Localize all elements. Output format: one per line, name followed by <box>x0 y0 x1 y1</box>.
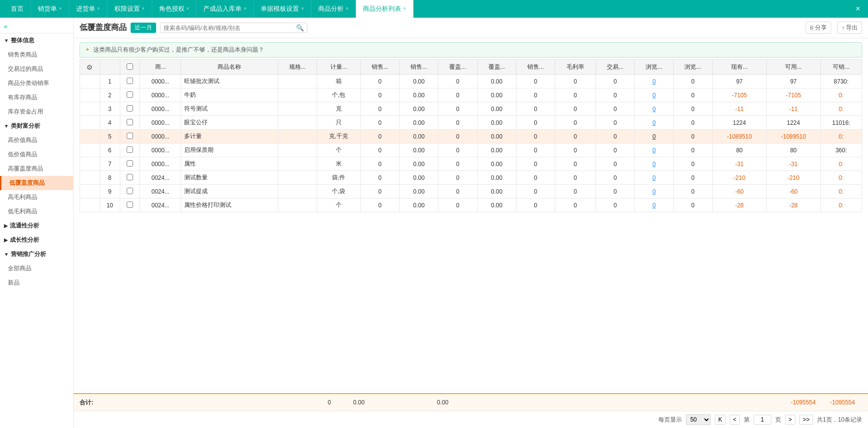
row-name[interactable]: 多计量 <box>181 130 278 143</box>
row-select-checkbox[interactable] <box>127 201 133 208</box>
sidebar-item-low-margin[interactable]: 低毛利商品 <box>0 204 73 219</box>
row-browse-b: 0 <box>674 199 712 212</box>
search-input[interactable] <box>163 25 294 31</box>
nav-tab-template[interactable]: 单据模板设置 × <box>254 0 311 18</box>
settings-col-header[interactable]: ⚙ <box>80 60 100 75</box>
share-button[interactable]: ⎘ 分享 <box>806 22 831 34</box>
row-sales-amt: 0.00 <box>400 75 438 88</box>
search-icon[interactable]: 🔍 <box>296 24 304 31</box>
row-name[interactable]: 属性 <box>181 157 278 171</box>
nav-tab-home[interactable]: 首页 <box>4 0 31 18</box>
row-browse-a[interactable]: 0 <box>635 185 674 199</box>
close-icon[interactable]: × <box>59 0 62 18</box>
select-all-checkbox[interactable] <box>127 63 133 70</box>
row-name[interactable]: 旺辅批次测试 <box>181 75 278 88</box>
close-icon[interactable]: × <box>346 0 349 18</box>
page-size-select[interactable]: 50 100 200 <box>686 414 711 425</box>
row-sellable: 0: <box>820 185 862 199</box>
row-select-checkbox[interactable] <box>127 160 133 167</box>
row-checkbox[interactable] <box>120 75 140 88</box>
last-page-button[interactable]: >> <box>799 415 813 425</box>
sidebar-item-new-goods[interactable]: 新品 <box>0 276 73 290</box>
row-browse-a[interactable]: 0 <box>635 157 674 171</box>
row-sales-c: 0 <box>516 130 555 143</box>
row-name[interactable]: 牛奶 <box>181 88 278 102</box>
sidebar-section-growth[interactable]: ▶ 成长性分析 <box>0 233 73 247</box>
nav-tab-product-in[interactable]: 产成品入库单 × <box>196 0 254 18</box>
row-browse-a[interactable]: 0 <box>635 199 674 212</box>
sidebar-item-high-margin[interactable]: 高毛利商品 <box>0 190 73 204</box>
row-browse-a[interactable]: 0 <box>635 143 674 157</box>
sidebar-item-stocked-goods[interactable]: 有库存商品 <box>0 90 73 105</box>
close-icon[interactable]: × <box>142 0 145 18</box>
row-available: -28 <box>766 199 820 212</box>
next-page-button[interactable]: > <box>785 415 795 425</box>
close-icon[interactable]: × <box>403 0 406 18</box>
sidebar-item-traded-goods[interactable]: 交易过的商品 <box>0 62 73 76</box>
row-select-checkbox[interactable] <box>127 78 133 84</box>
time-filter-button[interactable]: 近一月 <box>131 23 156 33</box>
row-name[interactable]: 眼宝公仔 <box>181 116 278 130</box>
row-index: 2 <box>100 88 120 102</box>
sidebar-item-all-goods[interactable]: 全部商品 <box>0 261 73 276</box>
close-icon[interactable]: × <box>187 0 190 18</box>
close-icon[interactable]: × <box>301 0 304 18</box>
sidebar-item-low-coverage[interactable]: 低覆盖度商品 <box>0 176 73 190</box>
row-name[interactable]: 测试提成 <box>181 185 278 199</box>
row-browse-a[interactable]: 0 <box>635 88 674 102</box>
row-select-checkbox[interactable] <box>127 174 133 180</box>
nav-tab-goods-analysis-list[interactable]: 商品分析列表 × <box>356 0 413 18</box>
row-index: 4 <box>100 116 120 130</box>
row-name[interactable]: 启用保质期 <box>181 143 278 157</box>
row-select-checkbox[interactable] <box>127 91 133 98</box>
settings-icon[interactable]: ⚙ <box>86 63 93 71</box>
sidebar-section-wealth[interactable]: ▼ 类财富分析 <box>0 119 73 133</box>
row-checkbox[interactable] <box>120 116 140 130</box>
close-icon[interactable]: × <box>97 0 100 18</box>
nav-tab-role[interactable]: 角色授权 × <box>152 0 197 18</box>
row-name[interactable]: 符号测试 <box>181 102 278 116</box>
sidebar-item-category-rate[interactable]: 商品分类动销率 <box>0 76 73 90</box>
row-checkbox[interactable] <box>120 88 140 102</box>
sidebar-section-flow[interactable]: ▶ 流通性分析 <box>0 219 73 233</box>
row-name[interactable]: 属性价格打印测试 <box>181 199 278 212</box>
export-button[interactable]: ↑ 导出 <box>837 22 862 34</box>
nav-tab-sales[interactable]: 销货单 × <box>31 0 69 18</box>
row-name[interactable]: 测试数量 <box>181 171 278 185</box>
sidebar-item-sales-goods[interactable]: 销售类商品 <box>0 48 73 62</box>
sidebar-section-marketing[interactable]: ▼ 营销推广分析 <box>0 247 73 261</box>
row-browse-a[interactable]: 0 <box>635 130 674 143</box>
row-checkbox[interactable] <box>120 143 140 157</box>
row-checkbox[interactable] <box>120 102 140 116</box>
row-select-checkbox[interactable] <box>127 119 133 125</box>
row-browse-a[interactable]: 0 <box>635 75 674 88</box>
row-checkbox[interactable] <box>120 171 140 185</box>
row-sales-c: 0 <box>516 157 555 171</box>
row-browse-a[interactable]: 0 <box>635 171 674 185</box>
row-checkbox[interactable] <box>120 185 140 199</box>
row-select-checkbox[interactable] <box>127 105 133 112</box>
sidebar-collapse-btn[interactable]: « <box>4 23 7 30</box>
row-select-checkbox[interactable] <box>127 188 133 194</box>
row-checkbox[interactable] <box>120 157 140 171</box>
page-number-input[interactable] <box>754 415 771 425</box>
sidebar-item-low-value[interactable]: 低价值商品 <box>0 147 73 162</box>
sidebar-item-high-value[interactable]: 高价值商品 <box>0 133 73 147</box>
prev-page-button[interactable]: < <box>730 415 740 425</box>
nav-tab-goods-analysis[interactable]: 商品分析 × <box>311 0 356 18</box>
sidebar-item-stock-capital[interactable]: 库存资金占用 <box>0 105 73 119</box>
row-checkbox[interactable] <box>120 130 140 143</box>
window-close-button[interactable]: × <box>852 4 864 13</box>
first-page-button[interactable]: K <box>715 415 726 425</box>
close-icon[interactable]: × <box>244 0 246 18</box>
row-browse-a[interactable]: 0 <box>635 102 674 116</box>
row-browse-a[interactable]: 0 <box>635 116 674 130</box>
row-unit: 个 <box>317 199 360 212</box>
row-checkbox[interactable] <box>120 199 140 212</box>
sidebar-section-overall[interactable]: ▼ 整体信息 <box>0 33 73 48</box>
row-select-checkbox[interactable] <box>127 146 133 153</box>
sidebar-item-high-coverage[interactable]: 高覆盖度商品 <box>0 162 73 176</box>
nav-tab-purchase[interactable]: 进货单 × <box>69 0 108 18</box>
nav-tab-permission[interactable]: 权限设置 × <box>108 0 152 18</box>
row-select-checkbox[interactable] <box>127 133 133 139</box>
